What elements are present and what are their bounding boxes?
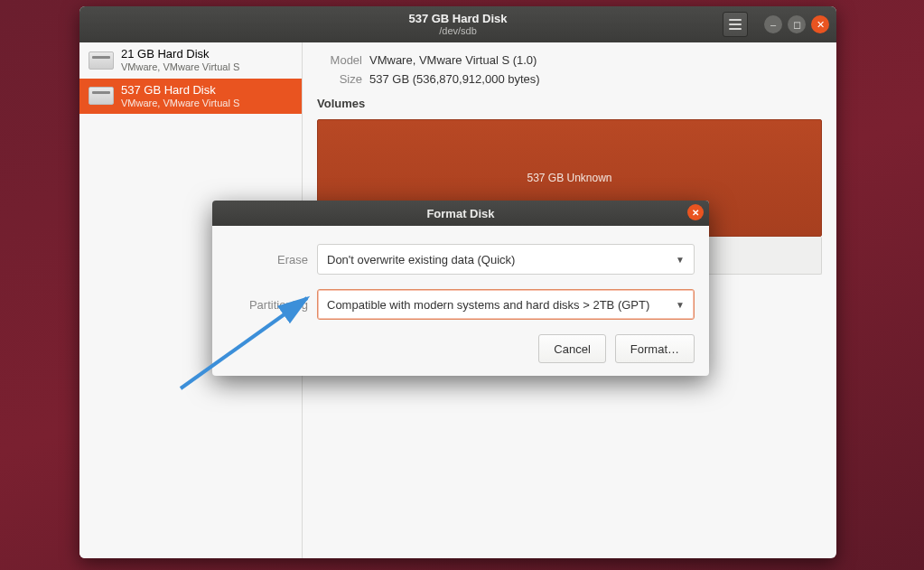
dialog-titlebar: Format Disk ✕ bbox=[212, 201, 709, 226]
erase-value: Don't overwrite existing data (Quick) bbox=[327, 253, 515, 266]
partitioning-combo[interactable]: Compatible with modern systems and hard … bbox=[317, 289, 695, 320]
format-button[interactable]: Format… bbox=[615, 334, 695, 363]
chevron-down-icon: ▼ bbox=[676, 300, 685, 310]
format-disk-dialog: Format Disk ✕ Erase Don't overwrite exis… bbox=[212, 201, 709, 376]
dialog-title: Format Disk bbox=[426, 207, 494, 220]
volumes-heading: Volumes bbox=[317, 97, 822, 110]
model-value: VMware, VMware Virtual S (1.0) bbox=[369, 53, 537, 67]
sidebar-item-disk-1[interactable]: 537 GB Hard Disk VMware, VMware Virtual … bbox=[79, 79, 302, 115]
sidebar-item-disk-0[interactable]: 21 GB Hard Disk VMware, VMware Virtual S bbox=[79, 42, 302, 79]
erase-combo[interactable]: Don't overwrite existing data (Quick) ▼ bbox=[317, 244, 695, 275]
chevron-down-icon: ▼ bbox=[676, 255, 685, 265]
partitioning-label: Partitioning bbox=[227, 298, 308, 312]
size-label: Size bbox=[317, 72, 362, 86]
disk-subtitle: VMware, VMware Virtual S bbox=[121, 98, 239, 109]
model-label: Model bbox=[317, 53, 362, 67]
partitioning-value: Compatible with modern systems and hard … bbox=[327, 298, 649, 312]
size-value: 537 GB (536,870,912,000 bytes) bbox=[369, 72, 540, 86]
hdd-icon bbox=[89, 51, 114, 70]
disk-subtitle: VMware, VMware Virtual S bbox=[121, 61, 239, 73]
disk-title: 21 GB Hard Disk bbox=[121, 48, 239, 61]
erase-label: Erase bbox=[227, 253, 308, 266]
menu-button[interactable] bbox=[723, 12, 748, 37]
titlebar: 537 GB Hard Disk /dev/sdb – ◻ ✕ bbox=[79, 6, 836, 42]
close-button[interactable]: ✕ bbox=[811, 15, 829, 33]
minimize-button[interactable]: – bbox=[764, 15, 782, 33]
volume-text: 537 GB Unknown bbox=[527, 172, 611, 184]
disk-title: 537 GB Hard Disk bbox=[121, 84, 239, 98]
maximize-button[interactable]: ◻ bbox=[788, 15, 806, 33]
hdd-icon bbox=[89, 87, 114, 105]
dialog-close-button[interactable]: ✕ bbox=[687, 204, 704, 220]
cancel-button[interactable]: Cancel bbox=[538, 334, 605, 363]
